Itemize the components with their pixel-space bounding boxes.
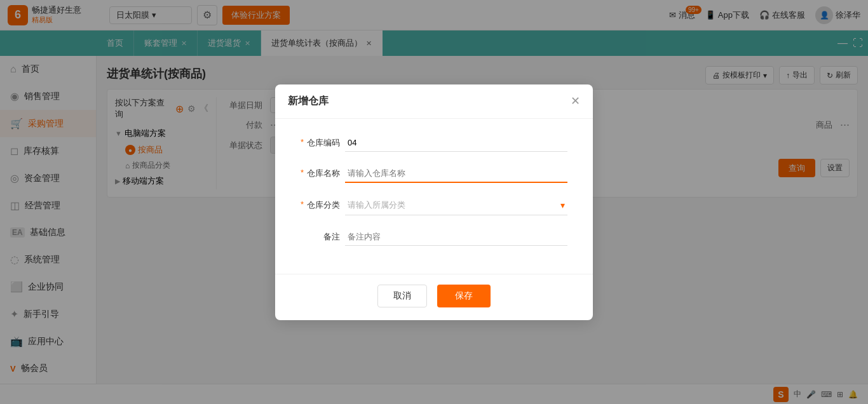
code-label: 仓库编码: [301, 137, 345, 149]
dialog-header: 新增仓库 ✕: [275, 84, 593, 119]
category-arrow-icon: ▾: [560, 200, 565, 210]
name-input[interactable]: [345, 165, 567, 183]
modal-overlay: 新增仓库 ✕ 仓库编码 仓库名称 仓库分类 请输入所属分类 ▾: [0, 0, 868, 404]
category-select[interactable]: 请输入所属分类 ▾: [345, 196, 567, 215]
cancel-button[interactable]: 取消: [377, 285, 427, 307]
category-placeholder: 请输入所属分类: [348, 199, 560, 211]
save-button[interactable]: 保存: [437, 285, 491, 307]
code-input[interactable]: [345, 134, 567, 152]
field-category: 仓库分类 请输入所属分类 ▾: [301, 196, 567, 215]
dialog-body: 仓库编码 仓库名称 仓库分类 请输入所属分类 ▾ 备注: [275, 119, 593, 274]
field-name: 仓库名称: [301, 165, 567, 183]
name-label: 仓库名称: [301, 168, 345, 179]
field-code: 仓库编码: [301, 134, 567, 152]
dialog-close-icon[interactable]: ✕: [571, 95, 580, 107]
remark-label: 备注: [301, 231, 345, 243]
field-remark: 备注: [301, 228, 567, 246]
remark-input[interactable]: [345, 228, 567, 246]
add-warehouse-dialog: 新增仓库 ✕ 仓库编码 仓库名称 仓库分类 请输入所属分类 ▾: [275, 84, 593, 320]
dialog-footer: 取消 保存: [275, 274, 593, 320]
category-label: 仓库分类: [301, 199, 345, 211]
dialog-title: 新增仓库: [288, 95, 329, 108]
